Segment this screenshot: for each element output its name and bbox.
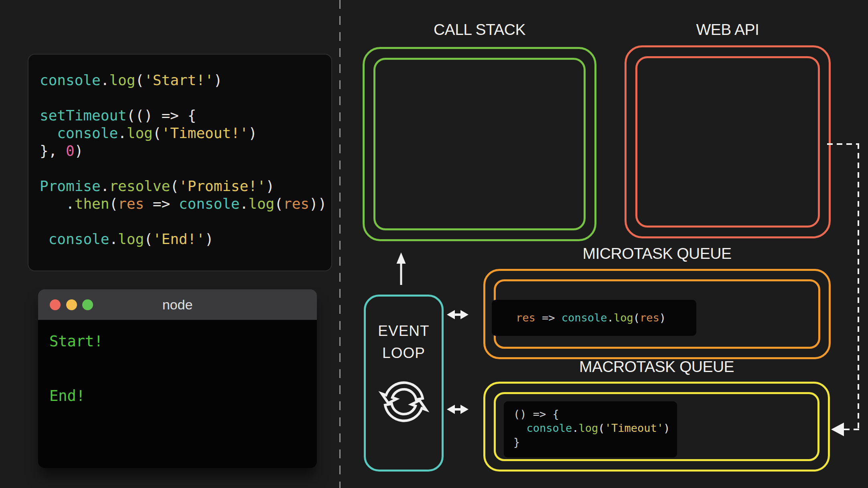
- code-line: End!: [49, 382, 317, 410]
- double-arrow-macrotask-icon: [446, 403, 469, 416]
- code-line: setTimeout(() => {: [40, 107, 331, 124]
- code-line: console.log('Start!'): [40, 71, 331, 89]
- code-line: [40, 89, 331, 107]
- sync-cycle-icon: [376, 374, 432, 430]
- code-line: [40, 213, 331, 230]
- macrotask-queue-box: () => { console.log('Timeout')}: [483, 382, 830, 472]
- event-loop-diagram: console.log('Start!') setTimeout(() => {…: [0, 0, 868, 488]
- section-separator-dashed-line: [339, 0, 341, 488]
- event-loop-label-line1: EVENT: [366, 320, 442, 342]
- event-loop-label: EVENT LOOP: [366, 320, 442, 364]
- macrotask-callback-chip: () => { console.log('Timeout')}: [504, 401, 677, 458]
- microtask-queue-box: res => console.log(res): [483, 269, 831, 359]
- microtask-queue-title: MICROTASK QUEUE: [483, 245, 831, 262]
- terminal-output-lines: Start! End!: [49, 328, 317, 410]
- microtask-callback-code: res => console.log(res): [516, 311, 666, 325]
- code-line: Promise.resolve('Promise!'): [40, 177, 331, 195]
- code-line: () => {: [513, 407, 677, 421]
- code-editor-panel: console.log('Start!') setTimeout(() => {…: [28, 54, 332, 271]
- event-loop-box: EVENT LOOP: [364, 295, 444, 472]
- macrotask-callback-code: () => { console.log('Timeout')}: [513, 407, 677, 449]
- web-api-box-inner-border: [635, 56, 820, 228]
- terminal-output: Start! End!: [38, 320, 317, 468]
- terminal-window: node Start! End!: [38, 289, 317, 468]
- call-stack-title: CALL STACK: [363, 21, 596, 39]
- terminal-titlebar: node: [38, 289, 317, 320]
- double-arrow-microtask-icon: [446, 308, 469, 321]
- code-line: }, 0): [40, 142, 331, 160]
- code-line: console.log('Timeout!'): [40, 124, 331, 142]
- webapi-to-macrotask-dashed-line-bottom: [844, 429, 859, 430]
- event-loop-label-line2: LOOP: [366, 342, 442, 364]
- code-block: console.log('Start!') setTimeout(() => {…: [40, 71, 331, 248]
- code-line: Start!: [49, 328, 317, 355]
- up-arrow-icon: [395, 252, 408, 287]
- terminal-title: node: [38, 289, 317, 320]
- web-api-title: WEB API: [625, 21, 831, 39]
- call-stack-box: [363, 47, 596, 241]
- code-line: }: [513, 435, 677, 449]
- code-line: .then(res => console.log(res)): [40, 195, 331, 213]
- call-stack-box-inner-border: [373, 58, 586, 230]
- code-line: console.log('Timeout'): [513, 421, 677, 435]
- webapi-to-macrotask-dashed-line-right: [858, 143, 859, 429]
- code-line: [40, 160, 331, 177]
- microtask-callback-chip: res => console.log(res): [492, 300, 696, 336]
- code-line: [49, 355, 317, 382]
- web-api-box: [625, 45, 831, 238]
- webapi-to-macrotask-dashed-line-top: [827, 143, 859, 145]
- macrotask-queue-title: MACROTASK QUEUE: [483, 358, 830, 376]
- code-line: console.log('End!'): [40, 230, 331, 248]
- code-line: res => console.log(res): [516, 311, 666, 325]
- left-arrowhead-icon: [831, 423, 844, 436]
